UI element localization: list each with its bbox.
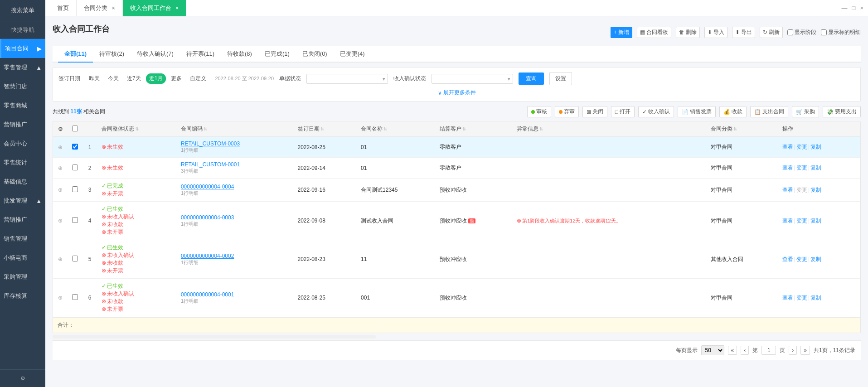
contract-link-0[interactable]: RETAIL_CUSTOM-0003 — [181, 140, 240, 147]
open-btn[interactable]: □ 打开 — [611, 106, 635, 117]
refresh-button[interactable]: ↻ 刷新 — [760, 27, 783, 38]
row-code[interactable]: RETAIL_CUSTOM-00031行明细 — [176, 137, 293, 158]
filter-tab-pending-confirm[interactable]: 待收入确认(7) — [131, 46, 180, 63]
sidebar-settings[interactable]: ⚙ — [0, 369, 45, 387]
window-minimize-btn[interactable]: — — [842, 5, 848, 11]
income-confirm-btn[interactable]: ✓ 收入确认 — [638, 106, 674, 117]
sales-invoice-btn[interactable]: 📄 销售发票 — [678, 106, 716, 117]
row-checkbox-3[interactable] — [72, 217, 78, 223]
col-name[interactable]: 合同名称⇅ — [356, 121, 435, 137]
import-button[interactable]: ⬇ 导入 — [704, 27, 727, 38]
filter-tab-pending-payment[interactable]: 待收款(8) — [221, 46, 258, 63]
show-stage-checkbox[interactable]: 显示阶段 — [787, 29, 816, 36]
row-code[interactable]: 0000000000004-00011行明细 — [176, 279, 293, 317]
op-变更-btn-4[interactable]: 变更 — [796, 256, 807, 262]
row-checkbox-5[interactable] — [72, 294, 78, 300]
row-code[interactable]: RETAIL_CUSTOM-00013行明细 — [176, 158, 293, 179]
op-查看-btn-4[interactable]: 查看 — [782, 256, 793, 262]
window-maximize-btn[interactable]: □ — [852, 5, 856, 11]
filter-tab-closed[interactable]: 已关闭(0) — [296, 46, 334, 63]
tab-home[interactable]: 首页 — [50, 0, 77, 16]
contract-link-2[interactable]: 0000000000004-0004 — [181, 184, 234, 190]
collection-btn[interactable]: 💰 收款 — [719, 106, 747, 117]
contract-link-4[interactable]: 0000000000004-0002 — [181, 253, 234, 259]
contract-link-3[interactable]: 0000000000004-0003 — [181, 214, 234, 221]
export-button[interactable]: ⬆ 导出 — [732, 27, 755, 38]
tab-contract-cat-close[interactable]: × — [112, 5, 115, 11]
op-变更-btn-3[interactable]: 变更 — [796, 218, 807, 224]
sidebar-search[interactable]: 搜索菜单 — [0, 0, 45, 21]
window-close-btn[interactable]: × — [860, 5, 863, 11]
sidebar-item-ecommerce[interactable]: 小畅电商 — [0, 248, 45, 267]
per-page-select[interactable]: 50 100 200 — [701, 345, 724, 355]
row-checkbox-2[interactable] — [72, 186, 78, 192]
op-复制-btn-2[interactable]: 复制 — [810, 187, 821, 193]
expense-out-btn[interactable]: 💸 费用支出 — [823, 106, 861, 117]
sidebar-item-purchase[interactable]: 采购管理 — [0, 267, 45, 286]
date-btn-yesterday[interactable]: 昨天 — [86, 73, 103, 84]
query-button[interactable]: 查询 — [519, 73, 544, 85]
last-page-btn[interactable]: » — [800, 346, 810, 355]
row-settings-icon[interactable]: ⊕ — [58, 295, 63, 301]
col-status[interactable]: 合同整体状态⇅ — [97, 121, 176, 137]
first-page-btn[interactable]: « — [728, 346, 737, 355]
row-settings-icon[interactable]: ⊕ — [58, 144, 63, 150]
tab-contract-cat[interactable]: 合同分类 × — [77, 0, 123, 16]
setting-button[interactable]: 设置 — [549, 72, 572, 85]
op-查看-btn-0[interactable]: 查看 — [782, 144, 793, 150]
sidebar-item-inventory[interactable]: 库存核算 — [0, 286, 45, 305]
row-checkbox-0[interactable] — [72, 144, 78, 150]
next-page-btn[interactable]: › — [789, 346, 797, 355]
date-btn-today[interactable]: 今天 — [105, 73, 122, 84]
contract-link-1[interactable]: RETAIL_CUSTOM-0001 — [181, 161, 240, 168]
date-btn-last7[interactable]: 近7天 — [124, 73, 144, 84]
row-checkbox-4[interactable] — [72, 256, 78, 261]
filter-tab-pending-invoice[interactable]: 待开票(11) — [180, 46, 221, 63]
close-btn[interactable]: ⊠ 关闭 — [582, 106, 607, 117]
show-detail-checkbox[interactable]: 显示标的明细 — [821, 29, 861, 36]
col-category[interactable]: 合同分类⇅ — [706, 121, 778, 137]
row-checkbox-1[interactable] — [72, 164, 78, 170]
show-stage-input[interactable] — [787, 29, 793, 35]
confirm-status-select[interactable] — [432, 74, 513, 84]
row-settings-icon[interactable]: ⊕ — [58, 187, 63, 193]
sidebar-item-sales-mgmt[interactable]: 销售管理 — [0, 229, 45, 248]
row-code[interactable]: 0000000000004-00031行明细 — [176, 202, 293, 240]
prev-page-btn[interactable]: ‹ — [741, 346, 749, 355]
sidebar-nav[interactable]: 快捷导航 — [0, 21, 45, 39]
horizontal-scrollbar[interactable] — [53, 333, 861, 340]
row-code[interactable]: 0000000000004-00041行明细 — [176, 179, 293, 202]
sidebar-item-marketing1[interactable]: 营销推广 — [0, 115, 45, 134]
op-变更-btn-1[interactable]: 变更 — [796, 164, 807, 171]
sidebar-item-retail-stats[interactable]: 零售统计 — [0, 153, 45, 172]
op-查看-btn-1[interactable]: 查看 — [782, 164, 793, 171]
col-code[interactable]: 合同编码⇅ — [176, 121, 293, 137]
row-code[interactable]: 0000000000004-00021行明细 — [176, 240, 293, 279]
expand-more-btn[interactable]: ∨ 展开更多条件 — [58, 89, 855, 97]
op-复制-btn-1[interactable]: 复制 — [810, 164, 821, 171]
sidebar-item-retail-mall[interactable]: 零售商城 — [0, 96, 45, 115]
contract-link-5[interactable]: 0000000000004-0001 — [181, 291, 234, 298]
filter-tab-changed[interactable]: 已变更(4) — [334, 46, 371, 63]
op-查看-btn-2[interactable]: 查看 — [782, 187, 793, 193]
op-复制-btn-5[interactable]: 复制 — [810, 295, 821, 301]
sidebar-item-sales-promo[interactable]: 营销推广 — [0, 210, 45, 229]
col-settings[interactable]: ⚙ — [53, 121, 68, 137]
op-变更-btn-0[interactable]: 变更 — [796, 144, 807, 150]
op-变更-btn-2[interactable]: 变更 — [796, 187, 807, 193]
sidebar-item-base-info[interactable]: 基础信息 — [0, 172, 45, 191]
tab-income-workbench-close[interactable]: × — [175, 5, 179, 11]
col-abnormal[interactable]: 异常信息⇅ — [512, 121, 706, 137]
sidebar-item-project[interactable]: 项目合同 ▶ — [0, 39, 45, 58]
op-查看-btn-5[interactable]: 查看 — [782, 295, 793, 301]
expense-contract-btn[interactable]: 📋 支出合同 — [750, 106, 788, 117]
sidebar-item-smart-store[interactable]: 智慧门店 — [0, 77, 45, 96]
row-settings-icon[interactable]: ⊕ — [58, 218, 63, 224]
purchase-btn[interactable]: 🛒 采购 — [792, 106, 819, 117]
delete-button[interactable]: 🗑 删除 — [676, 27, 700, 38]
date-btn-more[interactable]: 更多 — [168, 73, 185, 84]
op-查看-btn-3[interactable]: 查看 — [782, 218, 793, 224]
show-detail-input[interactable] — [821, 29, 827, 35]
date-btn-custom[interactable]: 自定义 — [187, 73, 209, 84]
op-复制-btn-4[interactable]: 复制 — [810, 256, 821, 262]
